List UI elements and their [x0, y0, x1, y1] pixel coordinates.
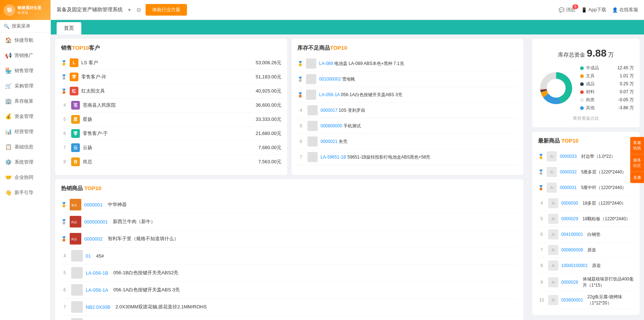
table-row: 🥈 001000002 雪地靴 — [297, 71, 518, 87]
low-stock-title: 库存不足商品TOP10 — [297, 45, 518, 52]
donut-chart-container: 半成品 12.45 万 文具 1.01 万 成品 0.25 万 — [538, 62, 634, 114]
sidebar-item-sales[interactable]: 🏪 销售管理 — [0, 63, 50, 78]
list-item: 9 Ai 0000028 体城荔枝味苏打饮品400毫升（1*15） — [538, 274, 634, 291]
table-row: 8 肖 肖总 7,563.00元 — [61, 155, 281, 169]
tab-home[interactable]: 首页 — [57, 22, 81, 34]
topbar-right: 💬 消息 6 📱 App下载 👤 在线客服 — [559, 7, 638, 13]
product-img — [307, 105, 318, 115]
sidebar-item-system[interactable]: ⚙️ 系统管理 — [0, 155, 50, 170]
customer-service-sidebar: 客服热线 服务社区 直播 — [630, 137, 644, 183]
list-item: 🥈 Ai 0000032 5厘多层（1220*2440） — [538, 164, 634, 180]
sidebar-item-inventory[interactable]: 🏢 库存核算 — [0, 94, 50, 109]
company-icon: 🤝 — [5, 174, 12, 181]
customer-badge: 红 — [70, 87, 78, 95]
list-item: 6 Ai 004100001 白钢垫 — [538, 227, 634, 242]
list-item: 🥉 肉品 0000002 智利车子里（规格不知道填什么） — [61, 230, 518, 247]
inventory-label: 库存资金占比 — [538, 115, 634, 122]
mobile-icon: 📱 — [581, 7, 587, 13]
legend-dot — [580, 98, 584, 102]
basic-icon: 📋 — [5, 144, 12, 150]
product-thumbnail — [71, 301, 83, 313]
medal-icon: 🥉 — [538, 185, 544, 190]
medal-icon: 🥇 — [61, 202, 67, 208]
search-menu-item[interactable]: 🔍 搜索菜单 — [0, 20, 50, 33]
sidebar-item-marketing[interactable]: 📢 营销推广 — [0, 48, 50, 63]
product-img: Ai — [548, 277, 558, 287]
list-item: 8 Ai 10000100001 原壶 — [538, 258, 634, 274]
gear-icon[interactable]: ⚙ — [136, 7, 141, 13]
legend-item: 其他 -3.86 万 — [580, 105, 634, 111]
service-icon: 👤 — [612, 7, 618, 13]
medal-icon: 🥈 — [538, 169, 544, 175]
table-row: 🥉 LA-056-1A 056-1A白色按键开关盖ABS 3壳 — [297, 87, 518, 103]
sidebar-item-operations[interactable]: 📊 经营管理 — [0, 124, 50, 139]
cs-hotline-button[interactable]: 客服热线 — [630, 137, 644, 155]
cs-community-button[interactable]: 服务社区 — [630, 154, 644, 172]
cs-live-button[interactable]: 直播 — [630, 172, 644, 183]
product-img: Ai — [548, 260, 558, 271]
product-img: Ai — [547, 167, 557, 177]
product-thumbnail: 食品 — [70, 199, 81, 210]
product-img — [307, 121, 318, 131]
medal-icon: 🥈 — [297, 77, 303, 82]
legend-item: 半成品 12.45 万 — [580, 65, 634, 71]
sidebar: 畅 畅捷通好生意 标准版 🔍 搜索菜单 🏠 快捷导航 📢 营销推广 🏪 销售管理… — [0, 0, 51, 320]
topbar: 装备及固定资产辅助管理系统 ▼ ⚙ 体验行业方案 💬 消息 6 📱 App下载 … — [51, 0, 644, 20]
newest-products-title: 最新商品 TOP10 — [538, 138, 634, 144]
sidebar-item-purchase[interactable]: 🛒 采购管理 — [0, 78, 50, 94]
medal-icon: 🥇 — [538, 154, 544, 159]
hot-products-list: 🥇 食品 0000001 中华神器 🥈 肉品 000500001 — [61, 196, 518, 320]
list-item: 5 Ai 0000029 18颗粒板（1220*2440） — [538, 211, 634, 227]
legend-item: 成品 0.25 万 — [580, 81, 634, 87]
trial-button[interactable]: 体验行业方案 — [146, 4, 187, 16]
operations-icon: 📊 — [5, 128, 12, 135]
list-item: 🥇 Ai 0000033 封边带（1.0*22） — [538, 149, 634, 164]
list-item: 🥈 肉品 000500001 新西兰牛肉（新牛） — [61, 213, 518, 230]
table-row: 🥇 LA-089 电池盖 LA-089 ABS本色+黑种 7.1克 — [297, 56, 518, 71]
low-stock-card: 库存不足商品TOP10 🥇 LA-089 电池盖 LA-089 ABS本色+黑种… — [292, 39, 523, 175]
medal-icon: 🥉 — [61, 236, 67, 242]
logo-text: 畅捷通好生意 标准版 — [17, 5, 41, 15]
hot-products-title: 热销商品 TOP10 — [61, 185, 518, 192]
sidebar-item-quick[interactable]: 🏠 快捷导航 — [0, 33, 50, 48]
system-name: 装备及固定资产辅助管理系统 — [57, 7, 123, 13]
legend-dot — [580, 74, 584, 78]
newest-products-list: 🥇 Ai 0000033 封边带（1.0*22） 🥈 Ai 0000032 5厘… — [538, 149, 634, 309]
app-download[interactable]: 📱 App下载 — [581, 7, 606, 13]
customer-badge: 肖 — [71, 157, 80, 166]
message-badge[interactable]: 💬 消息 6 — [559, 7, 575, 13]
search-icon: 🔍 — [4, 24, 9, 29]
svg-text:肉品: 肉品 — [71, 221, 77, 224]
table-row: 5 星 星扬 33,333.00元 — [61, 112, 281, 127]
legend-item: 材料 0.07 万 — [580, 89, 634, 95]
customer-badge: 星 — [71, 115, 80, 124]
home-icon: 🏠 — [5, 37, 12, 44]
product-img — [306, 90, 316, 100]
customer-badge: 零 — [70, 73, 78, 81]
product-img: Ai — [548, 198, 558, 208]
hot-products-card: 热销商品 TOP10 🥇 食品 0000001 中华神器 🥈 — [55, 179, 523, 320]
list-item: 6 LA-056-1A 056-1A白色按键开关盖ABS 3壳 — [61, 282, 518, 299]
customer-badge: 苍 — [71, 101, 80, 110]
product-img: Ai — [548, 229, 558, 239]
sidebar-item-company[interactable]: 🤝 企业协同 — [0, 170, 50, 185]
table-row: 4 0000017 10S 变刹罗叔 — [297, 103, 518, 118]
table-row: 6 零 零售客户-于 21,680.00元 — [61, 127, 281, 141]
main-area: 装备及固定资产辅助管理系统 ▼ ⚙ 体验行业方案 💬 消息 6 📱 App下载 … — [51, 0, 644, 320]
nav-tabs: 首页 — [51, 20, 644, 34]
dropdown-arrow-icon[interactable]: ▼ — [127, 7, 132, 13]
top-customers-title: 销售TOP10客户 — [61, 45, 281, 52]
table-row: 5 000800005 手机测试 — [297, 118, 518, 134]
sidebar-item-basic[interactable]: 📋 基础信息 — [0, 139, 50, 155]
table-row: 🥉 红 红太阳文具 40,925.00元 — [61, 84, 281, 98]
message-icon: 💬 — [559, 7, 564, 13]
guide-icon: 👋 — [5, 189, 12, 196]
online-service[interactable]: 👤 在线客服 — [612, 7, 638, 13]
legend-dot — [580, 106, 584, 110]
list-item: 8 0000011 12070519-xs — [61, 316, 518, 320]
sidebar-item-finance[interactable]: 💰 资金管理 — [0, 109, 50, 124]
donut-chart — [538, 70, 574, 106]
sidebar-item-guide[interactable]: 👋 新手引导 — [0, 185, 50, 200]
purchase-icon: 🛒 — [5, 83, 12, 89]
svg-text:肉品: 肉品 — [71, 238, 77, 241]
